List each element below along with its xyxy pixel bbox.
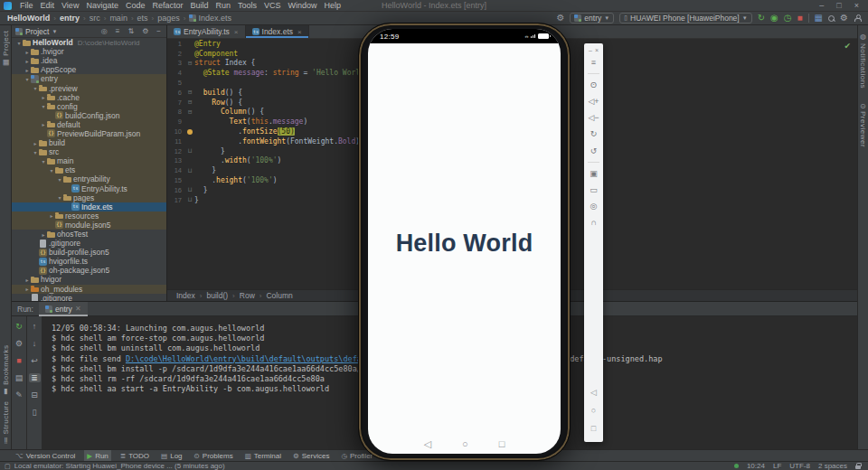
breadcrumb-pages[interactable]: pages [157,14,180,23]
chevron-expanded-icon[interactable]: ▾ [56,194,63,201]
minimize-button[interactable]: – [819,1,824,10]
tree-item-gitignore[interactable]: .gitignore [12,294,166,301]
tree-item-ohostest[interactable]: ▸ohosTest [12,230,166,239]
close-button[interactable]: × [854,1,859,10]
status-2-spaces[interactable]: 2 spaces [818,462,847,470]
breadcrumb-main[interactable]: main [109,14,127,23]
tool-button-project[interactable]: ▦Project [2,31,10,67]
ide-settings-icon[interactable]: ⚙ [840,14,848,23]
editor-crumb-index[interactable]: Index [176,291,195,300]
menu-help[interactable]: Help [321,1,345,10]
tree-item-entryability[interactable]: ▾entryability [12,174,166,183]
tree-item-hvigorfile-ts[interactable]: hvigorfile.ts [12,257,166,266]
tree-item-buildconfig-json[interactable]: buildConfig.json [12,111,166,120]
tool-button-bookmarks[interactable]: ▮Bookmarks [2,345,10,396]
toolwindow-problems[interactable]: ⊙Problems [192,450,236,462]
event-log-icon[interactable]: ▢ [5,463,11,470]
run-icon[interactable]: ↻ [758,14,765,23]
tree-item-index-ets[interactable]: Index.ets [12,202,166,212]
battery-icon[interactable]: ▭ [590,186,598,194]
tree-item-pages[interactable]: ▾pages [12,193,166,202]
status-lf[interactable]: LF [773,462,781,470]
chevron-collapsed-icon[interactable]: ▸ [24,277,31,283]
device-selector[interactable]: ▯ HUAWEI Phone [HuaweiPhone] ▼ [619,13,751,24]
toolwindow-run[interactable]: ▶Run [84,450,110,462]
fold-marker[interactable]: ⊟ [185,108,194,117]
chevron-expanded-icon[interactable]: ▾ [48,167,55,174]
toolwindow-terminal[interactable]: ▥Terminal [242,450,284,462]
chevron-collapsed-icon[interactable]: ▸ [48,212,55,219]
phone-screen[interactable]: 12:59 ‹·› Hello World ◁○□ [368,29,561,454]
breadcrumb-entry[interactable]: entry [60,14,80,23]
close-icon[interactable]: ✕ [75,305,81,313]
maximize-button[interactable]: □ [836,1,841,10]
chevron-collapsed-icon[interactable]: ▸ [24,58,31,64]
chevron-collapsed-icon[interactable]: ▸ [32,140,39,146]
menu-code[interactable]: Code [122,1,149,10]
soft-wrap-icon[interactable]: ↩ [29,356,41,365]
console-icon[interactable]: ▤ [14,373,25,382]
tree-item-build-profile-json5[interactable]: build-profile.json5 [12,248,166,257]
hide-panel-icon[interactable]: − [156,27,161,35]
emulator-menu-icon[interactable]: ≡ [591,59,596,67]
profiler-icon[interactable]: ◷ [784,14,792,23]
lock-icon[interactable] [855,465,861,469]
toolwindow-version-control[interactable]: ⌥Version Control [13,450,78,462]
tree-item-oh-modules[interactable]: ▸oh_modules [12,285,166,294]
chevron-expanded-icon[interactable]: ▾ [32,149,39,155]
chevron-collapsed-icon[interactable]: ▸ [24,67,31,73]
chevron-expanded-icon[interactable]: ▾ [15,40,23,46]
tree-item-previewbuildparam-json[interactable]: PreviewBuildParam.json [12,129,166,138]
chevron-expanded-icon[interactable]: ▾ [40,103,47,109]
tree-item-config[interactable]: ▾config [12,102,166,111]
search-everywhere-icon[interactable] [828,15,835,22]
chevron-expanded-icon[interactable]: ▾ [56,176,63,183]
menu-edit[interactable]: Edit [37,1,59,10]
clear-console-icon[interactable]: ▯ [29,408,41,417]
breakpoint-icon[interactable] [185,129,194,135]
volume-down-icon[interactable]: ◁− [588,114,599,122]
device-manager-icon[interactable]: ▦ [815,14,823,23]
editor-crumb-build[interactable]: build() [206,291,228,300]
breadcrumb-index-ets[interactable]: Index.ets [189,14,231,23]
chevron-expanded-icon[interactable]: ▾ [24,76,31,82]
menu-tools[interactable]: Tools [234,1,260,10]
fold-marker[interactable]: ⊔ [185,185,194,194]
tool-button-previewer[interactable]: ⊙Previewer [859,103,867,147]
editor-tab-index-ets[interactable]: Index.ets× [246,25,309,38]
chevron-down-icon[interactable]: ▼ [52,29,57,34]
chevron-collapsed-icon[interactable]: ▸ [40,121,47,127]
tool-button-structure[interactable]: ≔Structure [2,401,10,444]
tool-button-notifications[interactable]: ◍Notifications [859,33,867,89]
fold-marker[interactable]: ⊔ [185,166,194,175]
toolwindow-log[interactable]: ▤Log [158,450,184,462]
emulator-minimize-icon[interactable]: – [589,47,592,53]
run-tab-entry[interactable]: entry ✕ [39,302,88,316]
up-stack-trace-icon[interactable]: ↑ [29,322,41,331]
menu-build[interactable]: Build [186,1,212,10]
down-stack-trace-icon[interactable]: ↓ [29,339,41,348]
expand-all-icon[interactable]: ≡ [116,27,120,35]
editor-crumb-row[interactable]: Row [240,291,255,300]
menu-file[interactable]: File [16,1,37,10]
menu-run[interactable]: Run [212,1,234,10]
tree-item-gitignore[interactable]: .gitignore [12,239,166,248]
status-10-24[interactable]: 10:24 [747,462,765,470]
emulator-home-icon[interactable]: ○ [591,406,596,415]
emulator-back-icon[interactable]: ◁ [590,388,597,397]
tree-item-oh-package-json5[interactable]: oh-package.json5 [12,266,166,275]
tree-item-default[interactable]: ▸default [12,120,166,129]
tree-item-hvigor[interactable]: ▸hvigor [12,275,166,284]
breadcrumb-ets[interactable]: ets [137,14,148,23]
fold-marker[interactable]: ⊟ [185,98,194,107]
phone-home-icon[interactable]: ○ [462,438,468,450]
editor-tab-entryability-ts[interactable]: EntryAbility.ts× [167,25,246,38]
tree-item-ets[interactable]: ▾ets [12,165,166,174]
chevron-collapsed-icon[interactable]: ▸ [24,286,31,292]
fold-marker[interactable]: ⊟ [185,88,194,97]
wifi-icon[interactable]: ∩ [590,219,596,227]
toolbar-settings-icon[interactable]: ⚙ [556,14,564,23]
project-panel-title[interactable]: Project [25,27,49,36]
editor-crumb-column[interactable]: Column [266,291,292,300]
collapse-all-icon[interactable]: ⇅ [127,27,134,35]
